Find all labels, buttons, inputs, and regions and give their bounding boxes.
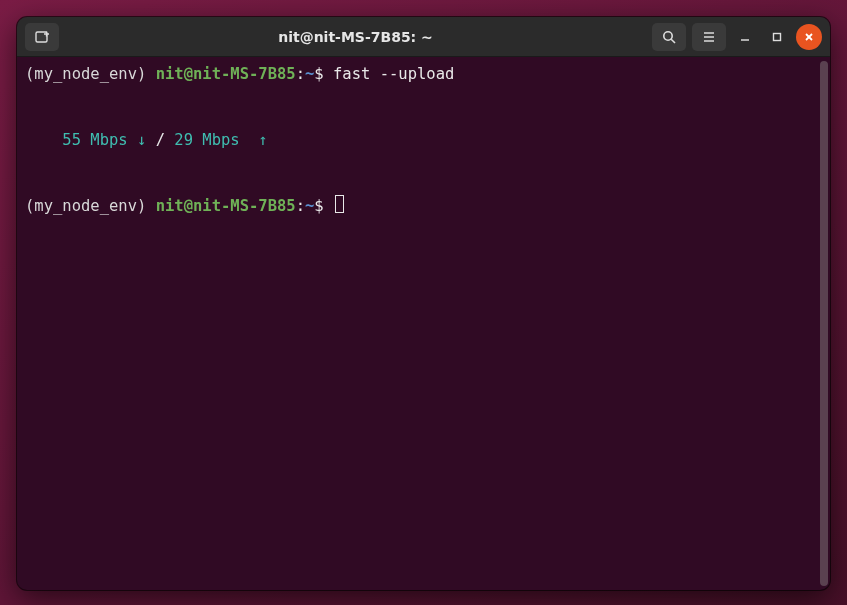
upload-arrow-icon: ↑ [258, 131, 267, 149]
upload-value: 29 [174, 131, 193, 149]
svg-rect-9 [774, 33, 781, 40]
download-arrow-icon: ↓ [137, 131, 146, 149]
venv-name: my_node_env [34, 197, 137, 215]
titlebar-right-controls [652, 23, 822, 51]
window-titlebar: nit@nit-MS-7B85: ~ [17, 17, 830, 57]
command-text: fast --upload [333, 65, 454, 83]
terminal-line: (my_node_env) nit@nit-MS-7B85:~$ fast --… [25, 63, 826, 85]
prompt-path: ~ [305, 197, 314, 215]
prompt-symbol: $ [314, 65, 333, 83]
minimize-button[interactable] [732, 24, 758, 50]
blank-line [25, 107, 826, 129]
speed-separator: / [146, 131, 174, 149]
prompt-user-host: nit@nit-MS-7B85 [156, 65, 296, 83]
blank-line [25, 85, 826, 107]
prompt-colon: : [296, 197, 305, 215]
blank-line [25, 151, 826, 173]
close-icon [803, 31, 815, 43]
new-tab-icon [34, 29, 50, 45]
terminal-body[interactable]: (my_node_env) nit@nit-MS-7B85:~$ fast --… [17, 57, 830, 590]
desktop-background: nit@nit-MS-7B85: ~ [0, 0, 847, 605]
venv-suffix: ) [137, 65, 156, 83]
upload-unit: Mbps [193, 131, 258, 149]
scrollbar-track[interactable] [818, 61, 828, 586]
prompt-path: ~ [305, 65, 314, 83]
prompt-colon: : [296, 65, 305, 83]
close-button[interactable] [796, 24, 822, 50]
svg-line-4 [671, 39, 675, 43]
svg-point-3 [664, 31, 672, 39]
download-value: 55 [62, 131, 81, 149]
new-tab-button[interactable] [25, 23, 59, 51]
prompt-user-host: nit@nit-MS-7B85 [156, 197, 296, 215]
hamburger-menu-button[interactable] [692, 23, 726, 51]
search-button[interactable] [652, 23, 686, 51]
hamburger-menu-icon [701, 29, 717, 45]
speed-output-line: 55 Mbps ↓ / 29 Mbps ↑ [25, 129, 826, 151]
minimize-icon [739, 31, 751, 43]
venv-name: my_node_env [34, 65, 137, 83]
prompt-symbol: $ [314, 197, 333, 215]
venv-prefix: ( [25, 65, 34, 83]
terminal-line: (my_node_env) nit@nit-MS-7B85:~$ [25, 195, 826, 217]
cursor [335, 195, 344, 213]
search-icon [661, 29, 677, 45]
terminal-window: nit@nit-MS-7B85: ~ [17, 17, 830, 590]
venv-prefix: ( [25, 197, 34, 215]
maximize-button[interactable] [764, 24, 790, 50]
titlebar-left-controls [25, 23, 59, 51]
blank-line [25, 173, 826, 195]
window-title: nit@nit-MS-7B85: ~ [59, 29, 652, 45]
maximize-icon [771, 31, 783, 43]
indent [25, 131, 62, 149]
download-unit: Mbps [81, 131, 137, 149]
venv-suffix: ) [137, 197, 156, 215]
scrollbar-thumb[interactable] [820, 61, 828, 586]
